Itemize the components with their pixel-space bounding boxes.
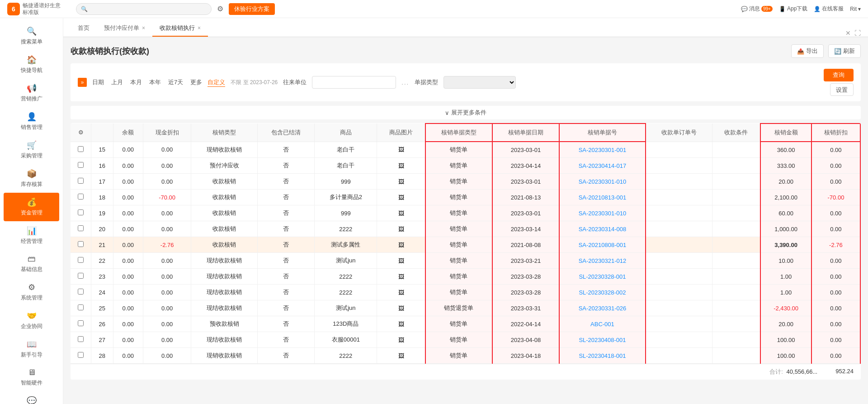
row-checkbox[interactable] bbox=[71, 174, 91, 190]
link-bill_no[interactable]: SA-20230321-012 bbox=[579, 257, 627, 264]
row-checkbox-input[interactable] bbox=[78, 209, 84, 215]
expand-icon[interactable]: ⛶ bbox=[854, 29, 861, 37]
table-row[interactable]: 240.000.00现结收款核销否2222🖼销货单2023-03-28SL-20… bbox=[71, 285, 860, 300]
sidebar-item-marketing[interactable]: 📢 营销推广 bbox=[0, 79, 63, 107]
link-bill_no[interactable]: ABC-001 bbox=[590, 321, 614, 328]
sidebar-item-basic[interactable]: 🗃 基础信息 bbox=[0, 250, 63, 278]
from-unit-input[interactable] bbox=[312, 76, 396, 89]
row-checkbox[interactable] bbox=[71, 332, 91, 348]
table-row[interactable]: 180.00-70.00收款核销否多计量商品2🖼销货单2021-08-13SA-… bbox=[71, 190, 860, 205]
cell-bill_no[interactable]: SA-20230301-010 bbox=[559, 174, 646, 190]
sidebar-item-inventory[interactable]: 📦 库存核算 bbox=[0, 164, 63, 193]
industry-button[interactable]: 休验行业方案 bbox=[229, 3, 275, 15]
link-bill_no[interactable]: SL-20230328-001 bbox=[579, 273, 626, 280]
cell-bill_no[interactable]: SA-20230314-008 bbox=[559, 221, 646, 237]
row-checkbox[interactable] bbox=[71, 221, 91, 237]
sidebar-item-collab[interactable]: 🤝 企业协同 bbox=[0, 306, 63, 335]
sidebar-item-system[interactable]: ⚙ 系统管理 bbox=[0, 278, 63, 306]
table-row[interactable]: 160.000.00预付冲应收否老白干🖼销货单2023-04-14SA-2023… bbox=[71, 158, 860, 174]
tab-prepay[interactable]: 预付冲应付单 × bbox=[97, 20, 152, 37]
row-checkbox[interactable] bbox=[71, 300, 91, 316]
link-bill_no[interactable]: SA-20210813-001 bbox=[579, 194, 627, 201]
sidebar-item-search[interactable]: 🔍 搜索菜单 bbox=[0, 22, 63, 50]
table-row[interactable]: 200.000.00收款核销否2222🖼销货单2023-03-14SA-2023… bbox=[71, 221, 860, 237]
cell-bill_no[interactable]: SA-20210808-001 bbox=[559, 237, 646, 253]
sidebar-item-sales[interactable]: 👤 销售管理 bbox=[0, 107, 63, 136]
top-search[interactable]: 🔍 bbox=[76, 3, 212, 15]
cell-bill_no[interactable]: SA-20230321-012 bbox=[559, 253, 646, 269]
row-checkbox-input[interactable] bbox=[78, 194, 84, 200]
table-row[interactable]: 170.000.00收款核销否999🖼销货单2023-03-01SA-20230… bbox=[71, 174, 860, 190]
link-bill_no[interactable]: SA-20230301-001 bbox=[579, 147, 627, 153]
table-row[interactable]: 270.000.00现结收款核销否衣服00001🖼销货单2023-04-08SL… bbox=[71, 332, 860, 348]
link-bill_no[interactable]: SA-20230414-017 bbox=[579, 162, 627, 169]
cell-bill_no[interactable]: SA-20230301-010 bbox=[559, 205, 646, 221]
messages-button[interactable]: 💬 消息 99+ bbox=[741, 5, 773, 13]
row-checkbox-input[interactable] bbox=[78, 273, 84, 279]
sidebar-item-operation[interactable]: 📊 经营管理 bbox=[0, 221, 63, 250]
link-bill_no[interactable]: SL-20230408-001 bbox=[579, 337, 626, 343]
link-bill_no[interactable]: SL-20230328-002 bbox=[579, 289, 626, 296]
row-checkbox-input[interactable] bbox=[78, 289, 84, 295]
filter-expand-button[interactable]: » bbox=[78, 78, 87, 87]
sidebar-item-quick[interactable]: 🏠 快捷导航 bbox=[0, 50, 63, 79]
sidebar-item-purchase[interactable]: 🛒 采购管理 bbox=[0, 136, 63, 164]
date-last-month[interactable]: 上月 bbox=[109, 77, 125, 87]
row-checkbox-input[interactable] bbox=[78, 162, 84, 168]
expand-more-bar[interactable]: ∨ 展开更多条件 bbox=[71, 106, 861, 119]
row-checkbox[interactable] bbox=[71, 269, 91, 285]
link-bill_no[interactable]: SA-20230314-008 bbox=[579, 226, 627, 233]
settings-icon[interactable]: ⚙ bbox=[78, 129, 84, 136]
tab-close-prepay[interactable]: × bbox=[142, 25, 145, 31]
row-checkbox[interactable] bbox=[71, 285, 91, 300]
query-button[interactable]: 查询 bbox=[824, 69, 854, 81]
sidebar-item-wechat[interactable]: 💬 企业微信 bbox=[0, 391, 63, 404]
user-menu[interactable]: Rit ▾ bbox=[850, 6, 861, 12]
row-checkbox[interactable] bbox=[71, 348, 91, 364]
online-service-button[interactable]: 👤 在线客服 bbox=[814, 5, 844, 13]
row-checkbox[interactable] bbox=[71, 316, 91, 332]
export-button[interactable]: 📤 导出 bbox=[791, 44, 824, 58]
cell-bill_no[interactable]: SA-20230301-001 bbox=[559, 142, 646, 158]
link-bill_no[interactable]: SA-20210808-001 bbox=[579, 242, 627, 248]
close-all-icon[interactable]: ✕ bbox=[845, 29, 851, 37]
row-checkbox[interactable] bbox=[71, 205, 91, 221]
cell-bill_no[interactable]: SL-20230408-001 bbox=[559, 332, 646, 348]
row-checkbox-input[interactable] bbox=[78, 241, 84, 247]
bill-type-select[interactable] bbox=[443, 76, 516, 89]
row-checkbox-input[interactable] bbox=[78, 352, 84, 358]
tab-home[interactable]: 首页 bbox=[71, 20, 97, 37]
table-row[interactable]: 210.00-2.76收款核销否测试多属性🖼销货单2021-08-08SA-20… bbox=[71, 237, 860, 253]
date-this-year[interactable]: 本年 bbox=[147, 77, 163, 87]
app-download-button[interactable]: 📱 App下载 bbox=[779, 5, 807, 13]
tab-close-receipt[interactable]: × bbox=[198, 25, 201, 31]
table-row[interactable]: 260.000.00预收款核销否123D商品🖼销货单2022-04-14ABC-… bbox=[71, 316, 860, 332]
row-checkbox[interactable] bbox=[71, 190, 91, 205]
refresh-button[interactable]: 🔄 刷新 bbox=[828, 44, 861, 58]
cell-bill_no[interactable]: SL-20230328-001 bbox=[559, 269, 646, 285]
row-checkbox-input[interactable] bbox=[78, 320, 84, 326]
table-row[interactable]: 280.000.00现销收款核销否2222🖼销货单2023-04-18SL-20… bbox=[71, 348, 860, 364]
date-more[interactable]: 更多 bbox=[189, 77, 204, 87]
cell-bill_no[interactable]: SL-20230418-001 bbox=[559, 348, 646, 364]
row-checkbox-input[interactable] bbox=[78, 225, 84, 231]
cell-bill_no[interactable]: SA-20210813-001 bbox=[559, 190, 646, 205]
sidebar-item-guide[interactable]: 📖 新手引导 bbox=[0, 335, 63, 363]
cell-bill_no[interactable]: SA-20230414-017 bbox=[559, 158, 646, 174]
col-settings[interactable]: ⚙ bbox=[71, 124, 91, 142]
sidebar-item-finance[interactable]: 💰 资金管理 bbox=[4, 193, 59, 221]
gear-icon[interactable]: ⚙ bbox=[217, 5, 223, 13]
cell-bill_no[interactable]: ABC-001 bbox=[559, 316, 646, 332]
date-custom[interactable]: 自定义 bbox=[208, 78, 225, 87]
cell-bill_no[interactable]: SL-20230328-002 bbox=[559, 285, 646, 300]
link-bill_no[interactable]: SA-20230331-026 bbox=[579, 305, 627, 312]
table-row[interactable]: 230.000.00现结收款核销否2222🖼销货单2023-03-28SL-20… bbox=[71, 269, 860, 285]
row-checkbox-input[interactable] bbox=[78, 304, 84, 310]
row-checkbox-input[interactable] bbox=[78, 257, 84, 263]
row-checkbox[interactable] bbox=[71, 237, 91, 253]
row-checkbox-input[interactable] bbox=[78, 146, 84, 152]
row-checkbox[interactable] bbox=[71, 158, 91, 174]
row-checkbox-input[interactable] bbox=[78, 178, 84, 184]
table-row[interactable]: 250.000.00现结收款核销否测试jun🖼销货退货单2023-03-31SA… bbox=[71, 300, 860, 316]
table-row[interactable]: 190.000.00收款核销否999🖼销货单2023-03-01SA-20230… bbox=[71, 205, 860, 221]
